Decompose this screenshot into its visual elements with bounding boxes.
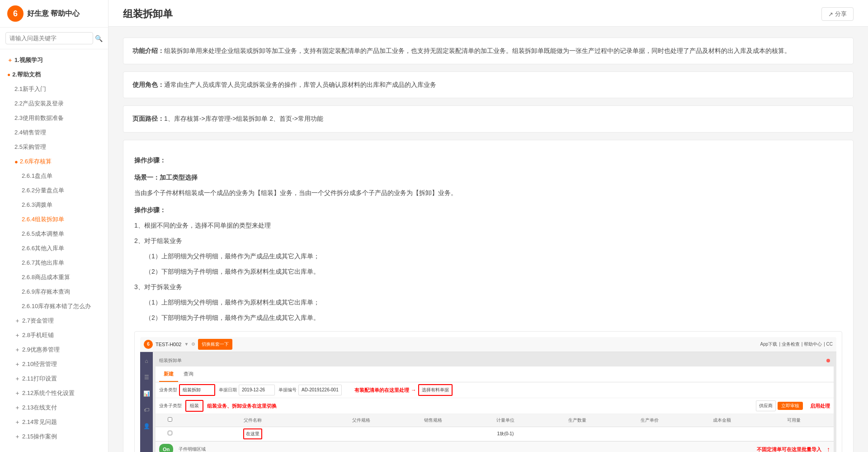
sidebar-item-coupon[interactable]: ＋ 2.9优惠券管理 bbox=[0, 343, 108, 357]
sidebar-item-finance[interactable]: ＋ 2.7资金管理 bbox=[0, 314, 108, 328]
main-content: 功能介绍：组装拆卸单用来处理企业组装或拆卸等加工业务，支持有固定装配清单的产品加… bbox=[108, 27, 868, 452]
mock-annotation4-area: 启用处理 bbox=[810, 401, 830, 411]
app-title: 好生意 帮助中心 bbox=[27, 9, 80, 19]
mock-th-parent-name: 父件名称 bbox=[181, 416, 325, 425]
mock-on-desc: 子件明细区域 bbox=[179, 445, 206, 452]
mock-top-table-area: 父件名称 父件规格 销售规格 计量单位 生产数量 生产单价 成本金额 可用量 bbox=[156, 414, 834, 442]
search-input[interactable] bbox=[5, 32, 93, 44]
feature-intro-text: 组装拆卸单用来处理企业组装或拆卸等加工业务，支持有固定装配清单的产品加工业务，也… bbox=[164, 47, 791, 54]
sidebar: 6 好生意 帮助中心 🔍 ＋ 1.视频学习 ● 2.帮助文档 2.1新手入门 2… bbox=[0, 0, 108, 452]
sidebar-item-payment[interactable]: ＋ 2.13在线支付 bbox=[0, 400, 108, 415]
mock-form-area: 业务类型 组装拆卸 单据日期 2019-12-26 单据编号 bbox=[156, 382, 834, 398]
mock-type-row: 业务子类型 组装 组装业务、拆卸业务在这里切换 供应商 立即审核 启用处理 bbox=[156, 398, 834, 414]
mock-th-checkbox bbox=[159, 416, 181, 425]
sidebar-item-cost-adjust[interactable]: 2.6.5成本调整单 bbox=[0, 227, 108, 241]
steps-block: 操作步骤： 场景一：加工类型选择 当由多个子件材料组装成一个成品的业务为【组装】… bbox=[123, 140, 854, 452]
role-block: 使用角色：通常由生产人员或库管人员完成拆装业务的操作，库管人员确认原材料的出库和… bbox=[123, 71, 854, 98]
search-icon[interactable]: 🔍 bbox=[95, 35, 103, 42]
role-label: 使用角色： bbox=[132, 81, 164, 88]
mock-subtype-btn[interactable]: 组装 bbox=[185, 400, 203, 412]
sidebar-item-cost-calc[interactable]: 2.6.8商品成本重算 bbox=[0, 270, 108, 285]
sidebar-item-install[interactable]: 2.2产品安装及登录 bbox=[0, 96, 108, 111]
mock-confirm-btn[interactable]: 立即审核 bbox=[778, 402, 803, 410]
mock-cell-parent-name: 在这里 bbox=[181, 428, 325, 439]
mock-arrow1: → bbox=[411, 385, 416, 395]
mock-th-avail: 可用量 bbox=[758, 416, 830, 425]
mock-icon-people: 👤 bbox=[143, 421, 150, 432]
step2: 2、对于组装业务 bbox=[134, 234, 842, 247]
sidebar-item-stock-wrong[interactable]: 2.6.10库存账本错了怎么办 bbox=[0, 299, 108, 314]
sidebar-item-other-out[interactable]: 2.6.7其他出库单 bbox=[0, 256, 108, 270]
mock-input-num[interactable]: AD-20191226-001 bbox=[298, 385, 342, 395]
mock-th-cost-amt: 成本金额 bbox=[686, 416, 758, 425]
mock-window-area: ⌂ ☰ 📊 🏷 👤 组装拆 bbox=[140, 352, 836, 452]
sidebar-item-cases[interactable]: ＋ 2.15操作案例 bbox=[0, 429, 108, 444]
app-logo: 6 bbox=[7, 5, 24, 22]
mock-content-pane: 组装拆卸单 新建 查询 bbox=[153, 352, 836, 452]
screenshot-container: 6 TEST-H002 ▼ ⚙ 切换账套一下 App下载 | 业务检查 | 帮助… bbox=[134, 331, 842, 452]
mock-th-sale-spec: 销售规格 bbox=[397, 416, 470, 425]
mock-th-unit: 计量单位 bbox=[469, 416, 542, 425]
sidebar-item-print[interactable]: ＋ 2.11打印设置 bbox=[0, 371, 108, 386]
sidebar-item-custom[interactable]: ＋ 2.12系统个性化设置 bbox=[0, 386, 108, 400]
mock-nav-help: | 帮助中心 bbox=[802, 340, 822, 349]
expand-icon: ＋ bbox=[7, 57, 13, 64]
path-text: 1、库存核算->库存管理->组装拆卸单 2、首页->常用功能 bbox=[164, 115, 323, 122]
sidebar-item-purchase[interactable]: 2.5采购管理 bbox=[0, 140, 108, 154]
mock-icon-tag: 🏷 bbox=[144, 404, 149, 415]
sidebar-item-sales[interactable]: 2.4销售管理 bbox=[0, 125, 108, 140]
mock-annotation1-area: 有装配清单的在这里处理 → 选择有料单据 bbox=[354, 384, 453, 396]
mock-nav: App下载 | 业务检查 | 帮助中心 | CC bbox=[235, 340, 833, 349]
on-badge: On bbox=[159, 444, 173, 452]
mock-label-subtype: 业务子类型 bbox=[159, 401, 182, 410]
sidebar-item-inventory[interactable]: ● 2.6库存核算 bbox=[0, 154, 108, 169]
feature-intro-label: 功能介绍： bbox=[132, 47, 164, 54]
mock-nav-cc: | CC bbox=[824, 340, 833, 349]
mock-field-date: 单据日期 2019-12-26 bbox=[219, 385, 275, 395]
path-block: 页面路径：1、库存核算->库存管理->组装拆卸单 2、首页->常用功能 bbox=[123, 105, 854, 132]
mock-logo: 6 bbox=[144, 340, 153, 349]
mock-top-row-1: 在这里 1块(0-1) bbox=[156, 427, 834, 441]
collapse-icon: ● bbox=[7, 71, 10, 78]
sidebar-item-split-stock[interactable]: 2.6.2分量盘点单 bbox=[0, 183, 108, 198]
sidebar-item-transfer[interactable]: 2.6.3调拨单 bbox=[0, 198, 108, 212]
mock-dropdown-icon: ▼ bbox=[184, 340, 189, 349]
sidebar-item-data-prep[interactable]: 2.3使用前数据准备 bbox=[0, 111, 108, 125]
mock-tab-new[interactable]: 新建 bbox=[159, 366, 178, 382]
sidebar-item-other-in[interactable]: 2.6.6其他入库单 bbox=[0, 241, 108, 256]
mock-switch-btn[interactable]: 切换账套一下 bbox=[198, 339, 232, 350]
mock-input-type[interactable]: 组装拆卸 bbox=[179, 384, 215, 396]
mock-screen: 6 TEST-H002 ▼ ⚙ 切换账套一下 App下载 | 业务检查 | 帮助… bbox=[140, 337, 836, 452]
mock-label-date: 单据日期 bbox=[219, 385, 237, 395]
sidebar-item-video[interactable]: ＋ 1.视频学习 bbox=[0, 53, 108, 67]
mock-org: TEST-H002 bbox=[156, 339, 181, 349]
step3-1: （1）上部明细为父件明细，最终作为原材料生成其它出库单； bbox=[134, 296, 842, 309]
path-label: 页面路径： bbox=[132, 115, 164, 122]
mock-parent-name-field[interactable]: 在这里 bbox=[243, 428, 262, 439]
mock-field-num: 单据编号 AD-20191226-001 bbox=[278, 385, 342, 395]
step2-2: （2）下部明细为子件明细，最终作为原材料生成其它出库单。 bbox=[134, 265, 842, 278]
mock-close-btn[interactable] bbox=[826, 359, 830, 362]
sidebar-item-stocktake[interactable]: 2.6.1盘点单 bbox=[0, 169, 108, 183]
step3-2: （2）下部明细为子件明细，最终作为产成品生成其它入库单。 bbox=[134, 311, 842, 324]
mock-icon-home: ⌂ bbox=[145, 356, 148, 366]
mock-highlight-btn: 选择有料单据 bbox=[418, 384, 453, 396]
mock-qiyong-input[interactable]: 供应商 bbox=[756, 400, 776, 411]
sidebar-item-stock-query[interactable]: 2.6.9库存账本查询 bbox=[0, 285, 108, 299]
sidebar-item-docs[interactable]: ● 2.帮助文档 bbox=[0, 67, 108, 82]
step2-1: （1）上部明细为父件明细，最终作为产成品生成其它入库单； bbox=[134, 250, 842, 262]
sidebar-item-assembly[interactable]: 2.6.4组装拆卸单 bbox=[0, 212, 108, 227]
mock-icon-chart: 📊 bbox=[143, 388, 150, 399]
sidebar-item-newbie[interactable]: 2.1新手入门 bbox=[0, 82, 108, 96]
mock-checkbox-all[interactable] bbox=[168, 417, 172, 422]
sidebar-item-mobile[interactable]: ＋ 2.8手机旺铺 bbox=[0, 328, 108, 343]
mock-row-check[interactable] bbox=[168, 431, 172, 435]
share-button[interactable]: ↗ 分享 bbox=[821, 7, 854, 21]
step3: 3、对于拆装业务 bbox=[134, 281, 842, 293]
mock-input-date[interactable]: 2019-12-26 bbox=[239, 385, 275, 395]
sidebar-item-faq[interactable]: ＋ 2.14常见问题 bbox=[0, 415, 108, 429]
mock-top-table-header: 父件名称 父件规格 销售规格 计量单位 生产数量 生产单价 成本金额 可用量 bbox=[156, 414, 834, 427]
mock-tab-query[interactable]: 查询 bbox=[179, 366, 198, 382]
page-title: 组装拆卸单 bbox=[123, 7, 173, 21]
sidebar-item-ops[interactable]: ＋ 2.10经营管理 bbox=[0, 357, 108, 371]
